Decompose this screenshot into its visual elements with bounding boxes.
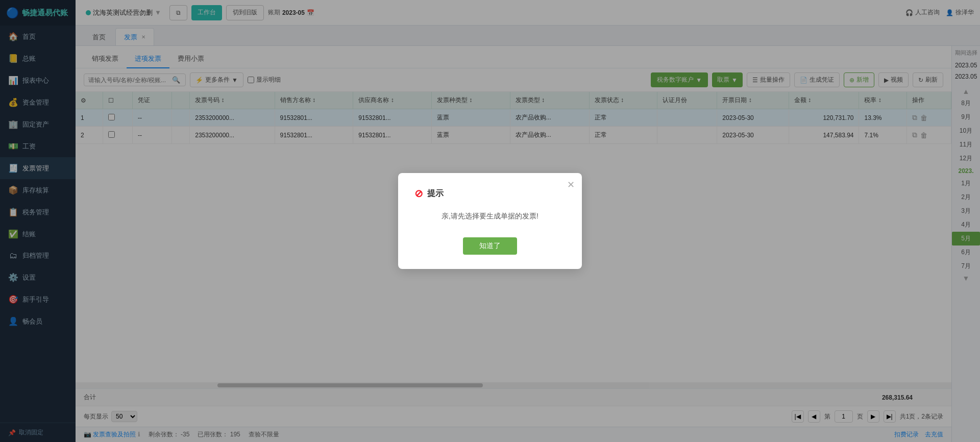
modal-box: ✕ ⊘ 提示 亲,请先选择要生成单据的发票! 知道了 [398,173,582,269]
modal-title: ⊘ 提示 [414,187,566,200]
modal-message: 亲,请先选择要生成单据的发票! [442,212,538,220]
warning-icon: ⊘ [414,187,423,200]
modal-ok-button[interactable]: 知道了 [463,237,517,255]
modal-close-button[interactable]: ✕ [567,179,575,190]
modal-overlay[interactable]: ✕ ⊘ 提示 亲,请先选择要生成单据的发票! 知道了 [0,0,980,442]
modal-title-text: 提示 [427,188,444,199]
modal-footer: 知道了 [414,237,566,255]
modal-body: 亲,请先选择要生成单据的发票! [414,208,566,225]
